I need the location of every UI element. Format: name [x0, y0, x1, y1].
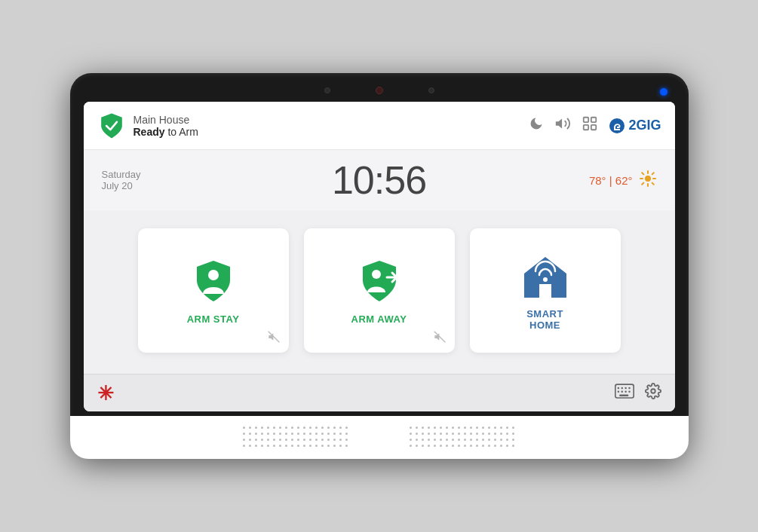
speaker-dot [416, 439, 418, 441]
grid-icon[interactable] [582, 115, 598, 136]
smart-home-label: SMART HOME [526, 308, 563, 331]
speaker-dot [345, 445, 348, 447]
speaker-dot [321, 427, 324, 429]
speaker-dot [315, 445, 318, 447]
speaker-dot [488, 427, 490, 429]
speaker-dot [279, 439, 281, 441]
svg-point-34 [651, 389, 655, 393]
speaker-dot [303, 445, 305, 447]
speaker-dot [446, 427, 448, 429]
speaker-dot [482, 427, 484, 429]
speaker-dot [452, 433, 454, 435]
arm-away-mute-icon [434, 331, 446, 345]
speaker-dot [452, 427, 454, 429]
speaker-dot [434, 445, 436, 447]
speaker-dot [315, 427, 318, 429]
speaker-dot [279, 433, 281, 435]
speaker-dot [309, 433, 311, 435]
speaker-dot [333, 427, 336, 429]
keyboard-icon[interactable] [615, 384, 634, 402]
speaker-dot [321, 433, 324, 435]
speaker-dot [464, 445, 466, 447]
moon-icon[interactable] [529, 116, 544, 135]
speaker-dot [345, 427, 348, 429]
smart-home-card[interactable]: SMART HOME [470, 228, 621, 353]
speaker-dot [303, 427, 305, 429]
speaker-dot [500, 427, 502, 429]
speaker-dot [476, 427, 478, 429]
speaker-dot [339, 433, 342, 435]
speaker-dot [273, 433, 275, 435]
speaker-dot [285, 439, 287, 441]
speaker-dot [243, 427, 245, 429]
speaker-dot [321, 445, 324, 447]
svg-rect-2 [591, 118, 596, 122]
speaker-dot [446, 445, 448, 447]
status-suffix: to Arm [165, 126, 198, 138]
speaker-dot [494, 433, 496, 435]
speaker-dot [482, 445, 484, 447]
header-status: Ready to Arm [133, 126, 198, 138]
speaker-dot [428, 439, 430, 441]
svg-rect-1 [584, 118, 588, 122]
speaker-dot [470, 445, 472, 447]
settings-icon[interactable] [645, 383, 661, 403]
speaker-dot [339, 445, 342, 447]
speaker-dot [297, 433, 299, 435]
arm-stay-mute-icon [268, 331, 280, 345]
svg-point-5 [609, 118, 625, 133]
speaker-dot [458, 427, 460, 429]
speaker-dot [327, 427, 330, 429]
speaker-dot [428, 433, 430, 435]
speaker-dot [422, 439, 424, 441]
svg-line-11 [642, 173, 643, 174]
speaker-dot [339, 439, 342, 441]
speaker-dot [458, 445, 460, 447]
speaker-left: // Will generate dots via JS below [243, 427, 349, 448]
speaker-dot [422, 427, 424, 429]
speaker-dot [345, 439, 348, 441]
speaker-dot [494, 427, 496, 429]
svg-point-18 [372, 270, 381, 279]
speaker-dot [285, 427, 287, 429]
speaker-dot [303, 433, 305, 435]
speaker-dot [249, 445, 251, 447]
speaker-dot [339, 427, 342, 429]
header-left: Main House Ready to Arm [97, 112, 198, 140]
date-block: Saturday July 20 [102, 169, 141, 191]
speaker-dot [261, 445, 263, 447]
speaker-dot [315, 439, 318, 441]
speaker-dot [470, 433, 472, 435]
speaker-dot [249, 439, 251, 441]
speaker-dot [279, 445, 281, 447]
speaker-dot [506, 427, 508, 429]
arm-stay-icon [188, 256, 239, 307]
speaker-dot [249, 427, 251, 429]
speaker-dot [285, 445, 287, 447]
arm-stay-card[interactable]: ARM STAY [138, 228, 289, 353]
device-frame: Main House Ready to Arm [70, 73, 689, 459]
speaker-dot [488, 439, 490, 441]
speaker-dot [309, 427, 311, 429]
speaker-dot [434, 439, 436, 441]
speaker-dot [261, 433, 263, 435]
speaker-dot [452, 445, 454, 447]
speaker-dot [428, 445, 430, 447]
speaker-dot [452, 439, 454, 441]
arm-away-card[interactable]: ARM AWAY [304, 228, 455, 353]
speaker-dot [261, 427, 263, 429]
speaker-dot [416, 445, 418, 447]
speaker-dot [291, 439, 293, 441]
speaker-dot [249, 433, 251, 435]
screen: Main House Ready to Arm [84, 102, 675, 411]
speaker-dot [512, 445, 514, 447]
speaker-dot [440, 427, 442, 429]
speaker-dot [297, 439, 299, 441]
speaker-dot [333, 439, 336, 441]
speaker-dot [506, 445, 508, 447]
speaker-grille-area: // Will generate dots via JS below [70, 416, 689, 459]
camera-center [376, 87, 383, 94]
asterisk-button[interactable]: ✳ [97, 384, 114, 403]
speaker-dot [494, 445, 496, 447]
volume-icon[interactable] [554, 115, 571, 136]
